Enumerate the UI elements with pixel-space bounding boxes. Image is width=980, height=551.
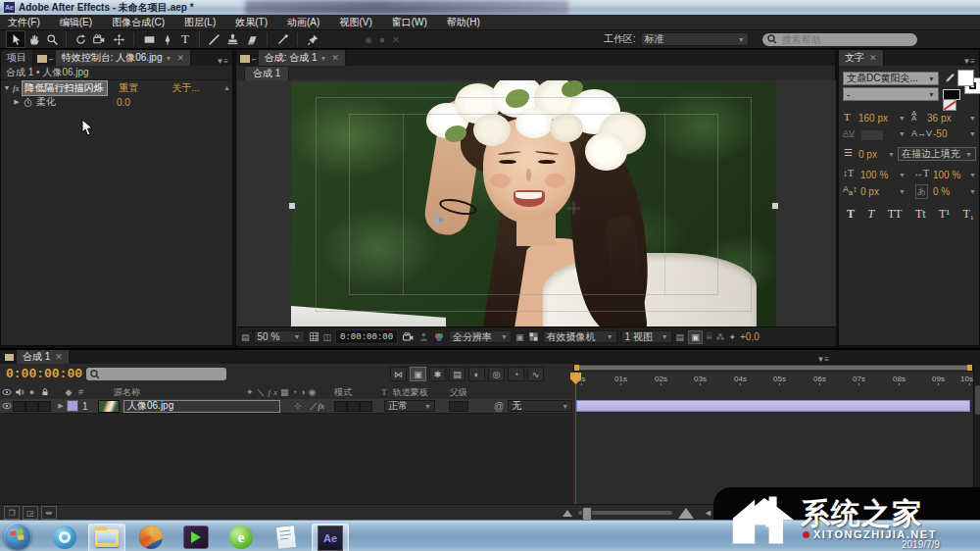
layer-switch-cell[interactable] — [334, 401, 347, 412]
menu-file[interactable]: 文件(F) — [8, 16, 40, 29]
layer-duration-bar[interactable] — [576, 400, 970, 412]
work-area-center[interactable] — [579, 366, 967, 370]
effect-param-row[interactable]: ▶ 柔化 0.0 — [1, 95, 232, 109]
zoom-tool[interactable] — [43, 31, 61, 47]
transparency-grid-icon[interactable] — [528, 331, 539, 342]
leading-dropdown-icon[interactable]: ▼ — [969, 115, 976, 122]
layer-switch-cell[interactable] — [360, 401, 372, 412]
baseline-shift-dropdown-icon[interactable]: ▼ — [899, 188, 906, 195]
effect-name[interactable]: 降低隔行扫描闪烁 — [22, 80, 108, 96]
tab-dropdown-icon[interactable]: ▼ — [320, 55, 327, 62]
timeline-scrollbar[interactable] — [973, 364, 980, 504]
menu-effect[interactable]: 效果(T) — [235, 16, 268, 29]
tab-dropdown-icon[interactable]: ▼ — [165, 55, 172, 62]
stroke-width-dropdown-icon[interactable]: ▼ — [888, 151, 895, 158]
source-name-column[interactable]: 源名称 — [114, 386, 140, 399]
scrollbar-up-icon[interactable]: ▲ — [223, 84, 230, 91]
start-button[interactable] — [4, 523, 31, 550]
layer-lock-cell[interactable] — [38, 401, 51, 412]
tab-effect-controls[interactable]: 特效控制台: 人像06.jpg ▼ ✕ — [56, 50, 191, 66]
titlebar[interactable]: Ae Adobe After Effects - 未命名项目.aep * — [0, 0, 980, 15]
layer-handle-left[interactable] — [288, 202, 296, 210]
small-caps-icon[interactable]: Tt — [915, 207, 926, 222]
layer-mode-dropdown[interactable]: 正常▼ — [384, 400, 435, 412]
stopwatch-icon[interactable] — [23, 97, 33, 108]
menu-window[interactable]: 窗口(W) — [392, 16, 427, 29]
param-value[interactable]: 0.0 — [117, 97, 130, 108]
resolution-dropdown[interactable]: 全分辨率▼ — [449, 330, 512, 343]
effect-reset-button[interactable]: 重置 — [120, 81, 139, 95]
mode-column[interactable]: 模式 — [334, 386, 352, 399]
comp-name-tab[interactable]: 合成 1 — [244, 66, 289, 81]
camera-tool[interactable] — [89, 31, 109, 47]
graph-editor-icon[interactable]: ∿ — [527, 367, 544, 381]
kerning-dropdown-icon[interactable]: ▼ — [899, 130, 906, 137]
effect-about-button[interactable]: 关于... — [172, 81, 200, 95]
layer-quality-icon[interactable]: ⊹ — [294, 401, 302, 411]
tab-timeline-comp[interactable]: 合成 1 ✕ — [17, 350, 70, 364]
horizontal-scale-value[interactable]: 100 % — [933, 170, 960, 180]
timeline-button-icon[interactable]: ⌸ — [707, 331, 711, 342]
panel-menu-icon[interactable]: ▼≡ — [212, 57, 232, 66]
menu-view[interactable]: 视图(V) — [339, 16, 371, 29]
leading-value[interactable]: 36 px — [927, 113, 951, 124]
expand-transfer-icon[interactable]: ◲ — [23, 506, 38, 520]
browser-taskbar-icon[interactable]: e — [223, 524, 259, 551]
layer-row[interactable]: ▶ 1 人像06.jpg ⊹ ／fx 正常▼ @ 无▼ — [0, 399, 573, 414]
layer-label-color[interactable] — [67, 400, 78, 412]
tracking-dropdown-icon[interactable]: ▼ — [969, 130, 976, 137]
clone-stamp-tool[interactable] — [222, 31, 242, 47]
faux-bold-icon[interactable]: T — [847, 207, 855, 222]
comp-button-icon[interactable]: ◄ — [704, 508, 712, 518]
magnification-dropdown[interactable]: 50 %▼ — [254, 330, 305, 343]
twirl-closed-icon[interactable]: ▶ — [11, 98, 23, 106]
draft-3d-icon[interactable]: ▣ — [410, 367, 426, 381]
timeline-zoom-slider[interactable] — [578, 511, 672, 515]
tracking-value[interactable]: -50 — [933, 128, 947, 139]
twirl-open-icon[interactable]: ▼ — [1, 84, 13, 91]
time-ruler[interactable]: 0s 01s 02s 03s 04s 05s 06s 07s 08s 09s 1… — [573, 372, 973, 386]
type-tool[interactable]: T — [176, 31, 194, 47]
notepad-taskbar-icon[interactable] — [269, 524, 304, 551]
menu-composition[interactable]: 图像合成(C) — [112, 16, 165, 29]
mini-flowchart-icon[interactable]: ⋈ — [390, 367, 407, 381]
anchor-point-crosshair[interactable] — [567, 202, 580, 215]
grid-icon[interactable] — [309, 331, 319, 342]
playhead-line[interactable] — [575, 372, 576, 504]
faux-italic-icon[interactable]: T — [868, 207, 875, 222]
view-layout-dropdown[interactable]: 1 视图▼ — [621, 330, 672, 343]
help-search-input[interactable] — [780, 33, 902, 46]
camera-dropdown[interactable]: 有效摄像机▼ — [543, 330, 617, 343]
eyedropper-icon[interactable] — [943, 72, 956, 84]
effect-header-row[interactable]: ▼ fx 降低隔行扫描闪烁 重置 关于... ▲ — [1, 80, 232, 95]
channels-icon[interactable] — [433, 331, 445, 343]
roi-icon[interactable]: ▣ — [515, 332, 524, 342]
zoom-slider-handle[interactable] — [582, 507, 592, 521]
layer-audio-cell[interactable] — [13, 401, 25, 412]
viewer-menu-icon[interactable]: ▤ — [241, 332, 250, 342]
menu-edit[interactable]: 编辑(E) — [60, 16, 92, 29]
tab-composition[interactable]: 合成: 合成 1 ▼ ✕ — [259, 50, 346, 66]
comp-flowchart-icon[interactable]: ⁂ — [715, 332, 724, 342]
layer-solo-cell[interactable] — [25, 401, 38, 412]
viewer-area[interactable] — [237, 80, 836, 326]
superscript-icon[interactable]: T¹ — [939, 207, 950, 222]
after-effects-taskbar-icon[interactable]: Ae — [312, 524, 349, 551]
menu-layer[interactable]: 图层(L) — [184, 16, 216, 29]
font-size-dropdown-icon[interactable]: ▼ — [899, 115, 906, 122]
tsume-dropdown-icon[interactable]: ▼ — [969, 188, 976, 195]
zoom-in-mountain-icon[interactable] — [678, 508, 694, 519]
roto-brush-tool[interactable] — [272, 31, 292, 47]
all-caps-icon[interactable]: TT — [888, 207, 903, 222]
brainstorm-icon[interactable]: ◎ — [488, 367, 505, 381]
font-style-dropdown[interactable]: -▼ — [843, 87, 939, 101]
tab-close-icon[interactable]: ✕ — [332, 53, 340, 63]
pan-behind-tool[interactable] — [109, 31, 128, 47]
fast-preview-icon[interactable]: ▣ — [688, 330, 703, 344]
layer-fx-icon[interactable]: ／fx — [310, 400, 325, 413]
mask-visibility-icon[interactable]: ◫ — [323, 332, 332, 342]
panel-menu-icon[interactable]: ▼≡ — [812, 355, 833, 364]
snapshot-icon[interactable] — [402, 331, 415, 343]
kerning-value-box[interactable] — [860, 129, 884, 141]
motion-blur-icon[interactable]: ◐ — [468, 367, 485, 381]
